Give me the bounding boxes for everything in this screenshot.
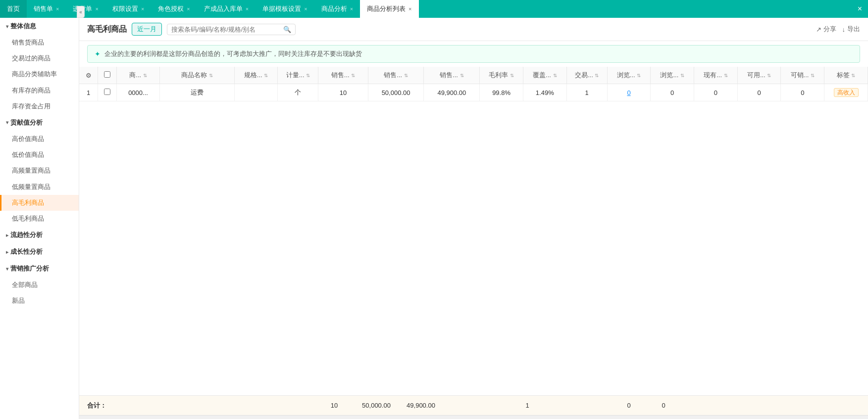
sidebar-item-low-value[interactable]: 低价值商品 bbox=[0, 147, 79, 163]
sort-icon-sales-amount: ⇅ bbox=[404, 73, 408, 78]
col-header-sales-qty[interactable]: 销售... ⇅ bbox=[318, 67, 368, 84]
sidebar-item-goods-assist[interactable]: 商品分类辅助率 bbox=[0, 66, 79, 82]
sort-icon-browse1: ⇅ bbox=[637, 73, 641, 78]
nav-close-template[interactable]: × bbox=[304, 6, 307, 12]
arrow-icon: ▾ bbox=[6, 266, 8, 272]
sidebar-item-high-margin[interactable]: 高毛利商品 bbox=[0, 195, 79, 211]
search-icon[interactable]: 🔍 bbox=[283, 26, 291, 33]
nav-item-sales[interactable]: 销售单 × bbox=[27, 0, 66, 18]
col-header-current[interactable]: 现有... ⇅ bbox=[694, 67, 738, 84]
footer-cell-9 bbox=[443, 402, 478, 409]
sidebar-item-low-freq[interactable]: 低频量置商品 bbox=[0, 179, 79, 195]
col-header-coverage[interactable]: 覆盖... ⇅ bbox=[523, 67, 566, 84]
row-coverage: 1.49% bbox=[523, 84, 566, 101]
arrow-icon: ▸ bbox=[6, 249, 8, 255]
footer-cell-17 bbox=[715, 402, 750, 409]
table-row: 10000...运费个1050,000.0049,900.0099.8%1.49… bbox=[79, 84, 868, 101]
col-header-name[interactable]: 商品名称 ⇅ bbox=[160, 67, 234, 84]
settings-icon[interactable]: ⚙ bbox=[86, 72, 92, 79]
col-header-available[interactable]: 可用... ⇅ bbox=[737, 67, 781, 84]
sidebar-item-high-value[interactable]: 高价值商品 bbox=[0, 131, 79, 147]
col-header-browse1[interactable]: 浏览... ⇅ bbox=[607, 67, 651, 84]
row-checkbox[interactable] bbox=[98, 84, 117, 101]
filter-month-button[interactable]: 近一月 bbox=[132, 23, 162, 36]
footer-cell-13 bbox=[577, 402, 612, 409]
footer-cell-0 bbox=[126, 402, 141, 409]
col-header-browse2[interactable]: 浏览... ⇅ bbox=[651, 67, 694, 84]
horizontal-scrollbar[interactable] bbox=[79, 415, 868, 419]
nav-close-product-entry[interactable]: × bbox=[246, 6, 249, 12]
export-button[interactable]: ↓ 导出 bbox=[842, 25, 861, 34]
col-header-salable[interactable]: 可销... ⇅ bbox=[781, 67, 824, 84]
col-header-code[interactable]: 商... ⇅ bbox=[116, 67, 160, 84]
sidebar-item-new-goods[interactable]: 新品 bbox=[0, 293, 79, 309]
sidebar-item-sales-goods[interactable]: 销售货商品 bbox=[0, 35, 79, 50]
footer-cell-4 bbox=[250, 402, 285, 409]
sidebar-item-all-goods[interactable]: 全部商品 bbox=[0, 277, 79, 293]
nav-item-role[interactable]: 角色授权 × bbox=[151, 0, 197, 18]
sidebar-section-marketing[interactable]: ▾营销推广分析 bbox=[0, 260, 79, 277]
sidebar-section-growth[interactable]: ▸成长性分析 bbox=[0, 243, 79, 260]
nav-item-analysis[interactable]: 商品分析 × bbox=[314, 0, 360, 18]
col-header-trade[interactable]: 交易... ⇅ bbox=[566, 67, 607, 84]
row-sales-amount: 50,000.00 bbox=[368, 84, 424, 101]
nav-item-permission[interactable]: 权限设置 × bbox=[105, 0, 151, 18]
col-header-sales-amount[interactable]: 销售... ⇅ bbox=[368, 67, 424, 84]
col-header-sales-profit[interactable]: 销售... ⇅ bbox=[424, 67, 480, 84]
export-icon: ↓ bbox=[842, 26, 846, 33]
arrow-icon: ▾ bbox=[6, 24, 8, 29]
col-label-browse1: 浏览... bbox=[617, 71, 635, 79]
row-available: 0 bbox=[737, 84, 781, 101]
data-table: ⚙商... ⇅商品名称 ⇅规格... ⇅计量... ⇅销售... ⇅销售... … bbox=[79, 67, 868, 101]
browse-link[interactable]: 0 bbox=[627, 89, 630, 96]
nav-item-analysis-list[interactable]: 商品分析列表 × bbox=[360, 0, 418, 18]
footer-cell-11: 1 bbox=[512, 402, 542, 409]
col-label-available: 可用... bbox=[747, 71, 766, 79]
nav-item-home[interactable]: 首页 bbox=[0, 0, 27, 18]
footer-cell-5 bbox=[285, 402, 314, 409]
nav-close-sales[interactable]: × bbox=[56, 6, 59, 12]
col-header-margin-rate[interactable]: 毛利率 ⇅ bbox=[480, 67, 523, 84]
sidebar-item-stock-occupy[interactable]: 库存资金占用 bbox=[0, 98, 79, 114]
col-header-settings[interactable]: ⚙ bbox=[79, 67, 98, 84]
sidebar-item-traded-goods[interactable]: 交易过的商品 bbox=[0, 50, 79, 66]
col-header-spec[interactable]: 规格... ⇅ bbox=[234, 67, 278, 84]
row-trade: 1 bbox=[566, 84, 607, 101]
nav-item-template[interactable]: 单据模板设置 × bbox=[255, 0, 314, 18]
sort-icon-name: ⇅ bbox=[209, 73, 213, 78]
nav-item-product-entry[interactable]: 产成品入库单 × bbox=[197, 0, 255, 18]
nav-close-role[interactable]: × bbox=[187, 6, 190, 12]
nav-close-analysis-list[interactable]: × bbox=[408, 6, 411, 12]
app-close-button[interactable]: × bbox=[858, 4, 862, 13]
col-header-unit[interactable]: 计量... ⇅ bbox=[278, 67, 318, 84]
col-header-tag[interactable]: 标签 ⇅ bbox=[824, 67, 868, 84]
search-box: 🔍 bbox=[167, 24, 296, 35]
sort-icon-tag: ⇅ bbox=[851, 73, 855, 78]
row-checkbox[interactable] bbox=[104, 89, 110, 95]
nav-item-purchase[interactable]: 进货单 × bbox=[66, 0, 105, 18]
data-table-container: ⚙商... ⇅商品名称 ⇅规格... ⇅计量... ⇅销售... ⇅销售... … bbox=[79, 67, 868, 395]
footer-cell-7: 50,000.00 bbox=[354, 402, 399, 409]
content-area: 高毛利商品 近一月 🔍 ↗ 分享 ↓ 导出 ✦ 企业的主要的利润都是这部分商品创… bbox=[79, 18, 868, 419]
sidebar-section-trend[interactable]: ▸流趋性分析 bbox=[0, 227, 79, 243]
page-title: 高毛利商品 bbox=[87, 24, 127, 35]
sort-icon-spec: ⇅ bbox=[264, 73, 268, 78]
row-spec bbox=[234, 84, 278, 101]
search-input[interactable] bbox=[171, 26, 283, 33]
row-browse1[interactable]: 0 bbox=[607, 84, 651, 101]
nav-close-analysis[interactable]: × bbox=[350, 6, 353, 12]
sidebar-item-stocked-goods[interactable]: 有库存的商品 bbox=[0, 83, 79, 98]
col-label-browse2: 浏览... bbox=[660, 71, 678, 79]
sidebar-section-overall[interactable]: ▾整体信息 bbox=[0, 18, 79, 35]
nav-close-purchase[interactable]: × bbox=[95, 6, 98, 12]
select-all-checkbox[interactable] bbox=[104, 71, 110, 78]
sidebar-collapse-button[interactable]: « bbox=[77, 6, 85, 18]
content-header: 高毛利商品 近一月 🔍 ↗ 分享 ↓ 导出 bbox=[79, 18, 868, 41]
col-header-checkbox[interactable] bbox=[98, 67, 117, 84]
share-button[interactable]: ↗ 分享 bbox=[816, 25, 836, 34]
sidebar-item-high-freq[interactable]: 高频量置商品 bbox=[0, 163, 79, 179]
footer-cell-6: 10 bbox=[314, 402, 354, 409]
nav-close-permission[interactable]: × bbox=[141, 6, 144, 12]
sidebar-section-financial[interactable]: ▾贡献值分析 bbox=[0, 114, 79, 131]
sidebar-item-low-margin[interactable]: 低毛利商品 bbox=[0, 211, 79, 227]
